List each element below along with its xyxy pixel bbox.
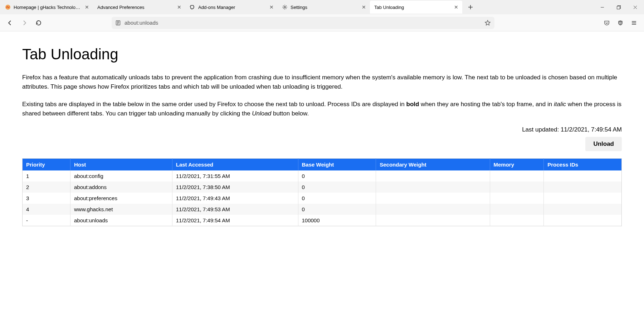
cell-sw	[376, 170, 490, 182]
cell-bw: 100000	[298, 215, 376, 226]
table-row[interactable]: -about:unloads11/2/2021, 7:49:54 AM10000…	[23, 215, 622, 226]
window-controls	[594, 0, 643, 14]
cell-bw: 0	[298, 170, 376, 182]
intro-paragraph-1: Firefox has a feature that automatically…	[22, 73, 622, 92]
table-row[interactable]: 4www.ghacks.net11/2/2021, 7:49:53 AM0	[23, 204, 622, 215]
browser-tab-tab-unloading[interactable]: Tab Unloading ✕	[370, 1, 462, 14]
header-secondary-weight[interactable]: Secondary Weight	[376, 159, 490, 171]
header-priority[interactable]: Priority	[23, 159, 70, 171]
tab-title: Add-ons Manager	[198, 5, 265, 10]
intro-paragraph-2: Existing tabs are displayed in the table…	[22, 100, 622, 119]
cell-sw	[376, 193, 490, 204]
cell-host: about:config	[70, 170, 172, 182]
close-tab-icon[interactable]: ✕	[176, 4, 182, 10]
header-host[interactable]: Host	[70, 159, 172, 171]
table-row[interactable]: 3about:preferences11/2/2021, 7:49:43 AM0	[23, 193, 622, 204]
pocket-icon[interactable]	[601, 17, 613, 29]
cell-bw: 0	[298, 182, 376, 193]
window-maximize-button[interactable]	[610, 0, 627, 14]
cell-bw: 0	[298, 204, 376, 215]
new-tab-button[interactable]	[465, 2, 476, 13]
cell-mem	[490, 215, 544, 226]
cell-priority: -	[23, 215, 70, 226]
cell-last: 11/2/2021, 7:49:54 AM	[172, 215, 298, 226]
tab-title: Tab Unloading	[374, 5, 450, 10]
cell-sw	[376, 182, 490, 193]
cell-last: 11/2/2021, 7:49:43 AM	[172, 193, 298, 204]
cell-mem	[490, 193, 544, 204]
address-bar[interactable]: about:unloads	[112, 17, 494, 29]
browser-toolbar: about:unloads ID	[0, 14, 644, 31]
page-info-icon[interactable]	[115, 20, 121, 26]
page-heading: Tab Unloading	[22, 46, 622, 63]
bookmark-star-icon[interactable]	[484, 20, 491, 26]
cell-last: 11/2/2021, 7:38:50 AM	[172, 182, 298, 193]
browser-tab-addons-manager[interactable]: Add-ons Manager ✕	[185, 1, 278, 14]
cell-priority: 1	[23, 170, 70, 182]
table-header-row: Priority Host Last Accessed Base Weight …	[23, 159, 622, 171]
cell-pid	[544, 182, 622, 193]
cell-mem	[490, 204, 544, 215]
app-menu-button[interactable]	[628, 17, 640, 29]
reload-button[interactable]	[33, 17, 44, 29]
tab-title: Settings	[291, 5, 358, 10]
window-minimize-button[interactable]	[594, 0, 610, 14]
header-process-ids[interactable]: Process IDs	[544, 159, 622, 171]
page-content: Tab Unloading Firefox has a feature that…	[0, 31, 644, 241]
last-updated-value: 11/2/2021, 7:49:54 AM	[561, 126, 622, 133]
browser-tab-strip: Homepage | gHacks Technology News ✕ Adva…	[0, 0, 644, 14]
unload-button[interactable]: Unload	[585, 137, 622, 151]
svg-point-1	[284, 6, 286, 8]
svg-rect-3	[617, 6, 620, 9]
ublock-shield-icon[interactable]: ID	[615, 17, 626, 29]
cell-sw	[376, 215, 490, 226]
cell-pid	[544, 204, 622, 215]
cell-bw: 0	[298, 193, 376, 204]
cell-pid	[544, 193, 622, 204]
browser-tab-advanced-preferences[interactable]: Advanced Preferences ✕	[93, 1, 185, 14]
cell-pid	[544, 170, 622, 182]
tab-title: Homepage | gHacks Technology News	[14, 5, 81, 10]
cell-priority: 3	[23, 193, 70, 204]
back-button[interactable]	[4, 17, 16, 29]
browser-tab-ghacks[interactable]: Homepage | gHacks Technology News ✕	[1, 1, 93, 14]
close-tab-icon[interactable]: ✕	[268, 4, 275, 10]
tab-title: Advanced Preferences	[97, 5, 173, 10]
cell-mem	[490, 182, 544, 193]
cell-last: 11/2/2021, 7:49:53 AM	[172, 204, 298, 215]
cell-priority: 2	[23, 182, 70, 193]
cell-last: 11/2/2021, 7:31:55 AM	[172, 170, 298, 182]
gear-icon	[282, 4, 288, 10]
table-row[interactable]: 1about:config11/2/2021, 7:31:55 AM0	[23, 170, 622, 182]
tabs-table: Priority Host Last Accessed Base Weight …	[22, 158, 622, 226]
cell-priority: 4	[23, 204, 70, 215]
forward-button[interactable]	[19, 17, 30, 29]
ghacks-favicon-icon	[5, 4, 11, 10]
svg-text:ID: ID	[619, 22, 622, 24]
close-tab-icon[interactable]: ✕	[361, 4, 367, 10]
cell-host: about:unloads	[70, 215, 172, 226]
last-updated: Last updated: 11/2/2021, 7:49:54 AM	[22, 126, 622, 133]
window-close-button[interactable]	[627, 0, 643, 14]
close-tab-icon[interactable]: ✕	[453, 4, 459, 10]
cell-host: about:addons	[70, 182, 172, 193]
url-text: about:unloads	[125, 20, 481, 26]
cell-host: www.ghacks.net	[70, 204, 172, 215]
cell-mem	[490, 170, 544, 182]
close-tab-icon[interactable]: ✕	[84, 4, 90, 10]
cell-sw	[376, 204, 490, 215]
header-base-weight[interactable]: Base Weight	[298, 159, 376, 171]
cell-pid	[544, 215, 622, 226]
header-memory[interactable]: Memory	[490, 159, 544, 171]
browser-tab-settings[interactable]: Settings ✕	[278, 1, 370, 14]
puzzle-icon	[190, 4, 195, 10]
cell-host: about:preferences	[70, 193, 172, 204]
header-last-accessed[interactable]: Last Accessed	[172, 159, 298, 171]
table-row[interactable]: 2about:addons11/2/2021, 7:38:50 AM0	[23, 182, 622, 193]
